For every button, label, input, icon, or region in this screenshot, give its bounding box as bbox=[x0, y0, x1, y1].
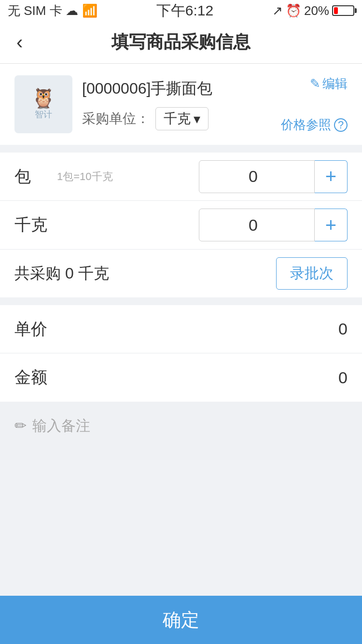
product-thumb-text: 智计 bbox=[35, 109, 52, 120]
battery-icon bbox=[332, 5, 354, 16]
kg-quantity-input[interactable] bbox=[199, 209, 315, 241]
amount-value: 0 bbox=[338, 368, 348, 387]
input-row-bag: 包 1包=10千克 + bbox=[0, 153, 362, 201]
battery-pct: 20% bbox=[304, 3, 329, 18]
summary-text: 共采购 0 千克 bbox=[14, 263, 109, 284]
price-reference-button[interactable]: 价格参照 ? bbox=[281, 116, 348, 133]
input-wrap-bag: + bbox=[199, 160, 348, 193]
remarks-placeholder: 输入备注 bbox=[32, 416, 90, 436]
unit-value: 千克 bbox=[164, 110, 191, 128]
price-ref-icon: ? bbox=[334, 118, 348, 132]
divider-1 bbox=[0, 145, 362, 153]
alarm-icon: ⏰ bbox=[286, 3, 301, 18]
bag-quantity-input[interactable] bbox=[199, 160, 315, 193]
input-row-kg: 千克 + bbox=[0, 201, 362, 249]
product-thumbnail: 🦉 智计 bbox=[14, 75, 72, 133]
edit-icon: ✎ bbox=[310, 76, 320, 91]
price-ref-label: 价格参照 bbox=[281, 116, 331, 133]
unit-price-value: 0 bbox=[338, 320, 348, 338]
product-name: [0000006]手撕面包 bbox=[82, 78, 348, 99]
status-left: 无 SIM 卡 ☁ 📶 bbox=[8, 2, 97, 19]
input-section: 包 1包=10千克 + 千克 + bbox=[0, 153, 362, 249]
battery-fill bbox=[334, 7, 338, 14]
input-wrap-kg: + bbox=[199, 209, 348, 241]
dropdown-arrow-icon: ▾ bbox=[194, 111, 200, 127]
back-button[interactable]: ‹ bbox=[12, 27, 28, 58]
unit-dropdown[interactable]: 千克 ▾ bbox=[155, 107, 209, 130]
product-thumb-icon: 🦉 bbox=[31, 88, 56, 108]
bag-plus-button[interactable]: + bbox=[315, 160, 348, 193]
edit-label: 编辑 bbox=[322, 75, 348, 92]
pencil-icon: ✏ bbox=[14, 417, 27, 434]
status-time: 下午6:12 bbox=[156, 1, 213, 21]
batch-button[interactable]: 录批次 bbox=[276, 257, 348, 290]
product-card: 🦉 智计 [0000006]手撕面包 采购单位： 千克 ▾ ✎ 编辑 价格参照 … bbox=[0, 64, 362, 145]
location-icon: ↗ bbox=[272, 3, 283, 18]
confirm-button[interactable]: 确定 bbox=[0, 596, 362, 644]
edit-button[interactable]: ✎ 编辑 bbox=[310, 75, 348, 92]
status-right: ↗ ⏰ 20% bbox=[272, 3, 354, 18]
unit-price-row: 单价 0 bbox=[0, 305, 362, 353]
unit-price-label: 单价 bbox=[14, 318, 47, 340]
amount-label: 金额 bbox=[14, 366, 47, 389]
remarks-section[interactable]: ✏ 输入备注 bbox=[0, 402, 362, 460]
page-title: 填写商品采购信息 bbox=[111, 30, 251, 54]
unit-prefix: 采购单位： bbox=[82, 110, 150, 128]
input-label-bag: 包 bbox=[14, 166, 53, 188]
nav-bar: ‹ 填写商品采购信息 bbox=[0, 21, 362, 64]
sim-label: 无 SIM 卡 ☁ bbox=[8, 2, 78, 19]
summary-row: 共采购 0 千克 录批次 bbox=[0, 249, 362, 297]
input-sublabel-bag: 1包=10千克 bbox=[57, 169, 199, 184]
status-bar: 无 SIM 卡 ☁ 📶 下午6:12 ↗ ⏰ 20% bbox=[0, 0, 362, 21]
price-section: 单价 0 金额 0 bbox=[0, 305, 362, 402]
amount-row: 金额 0 bbox=[0, 353, 362, 402]
input-label-kg: 千克 bbox=[14, 214, 53, 236]
divider-2 bbox=[0, 297, 362, 305]
wifi-icon: 📶 bbox=[82, 3, 97, 18]
kg-plus-button[interactable]: + bbox=[315, 209, 348, 241]
